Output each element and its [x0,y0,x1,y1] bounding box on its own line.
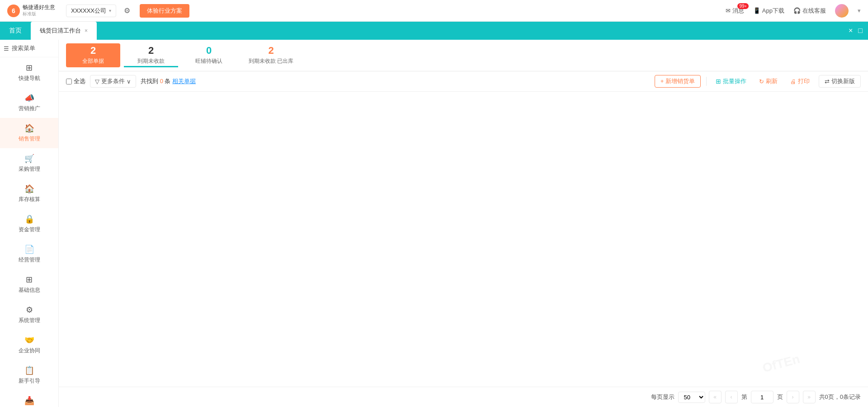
sidebar-item-finance[interactable]: 🔒 资金管理 [0,209,58,239]
last-page-button[interactable]: » [803,391,816,403]
logo-icon: 6 [7,5,20,17]
refresh-icon: ↻ [759,78,764,85]
brand-tag: 标准版 [23,11,55,17]
stat-label-all: 全部单据 [82,57,104,65]
logo-area: 6 畅捷通好生意 标准版 [7,4,66,18]
doc-icon: 📄 [24,244,34,254]
filter-label: 更多条件 [101,77,125,85]
company-selector[interactable]: XXXXXX公司 ▾ [66,5,116,17]
sidebar-label-marketing: 营销推广 [19,105,40,112]
count-info: 共找到 0 条 相关单据 [141,77,196,85]
add-sale-order-button[interactable]: + 新增销货单 [655,75,701,88]
avatar[interactable] [835,4,849,18]
brand-text: 畅捷通好生意 标准版 [23,4,55,18]
stat-label-pending: 旺辅待确认 [195,57,222,65]
filter-arrow-icon: ∨ [127,78,131,85]
stat-number-pending: 0 [206,45,212,56]
batch-icon: ⊞ [716,78,721,85]
settings-icon: ⚙ [26,305,33,315]
stat-tab-pending[interactable]: 0 旺辅待确认 [182,43,236,67]
message-icon: ✉ [726,7,731,14]
refresh-button[interactable]: ↻ 刷新 [755,75,781,87]
sidebar-item-guide[interactable]: 📋 新手引导 [0,360,58,390]
related-link[interactable]: 相关单据 [172,78,196,84]
print-button[interactable]: 🖨 打印 [787,75,813,87]
online-service-button[interactable]: 🎧 在线客服 [793,7,826,15]
main-layout: ☰ 搜索菜单 ⊞ 快捷导航 📣 营销推广 🏠 销售管理 🛒 采购管理 🏠 库存核… [0,40,868,407]
stat-number-overdue: 2 [148,45,154,56]
sidebar-label-finance: 资金管理 [19,226,40,234]
prev-page-button[interactable]: ‹ [725,391,738,403]
maximize-icon[interactable]: □ [858,27,863,35]
per-page-label: 每页显示 [651,393,675,401]
sidebar-label-operation: 经营管理 [19,256,40,264]
total-info: 共0页，0条记录 [819,393,861,401]
brand-name: 畅捷通好生意 [23,4,55,11]
stat-label-overdue-out: 到期未收款 已出库 [249,57,293,65]
tab-label: 钱货日清工作台 [40,27,81,35]
chevron-down-icon: ▾ [109,8,111,13]
company-name: XXXXXX公司 [71,7,106,15]
app-download-button[interactable]: 📱 App下载 [753,7,784,15]
page-input[interactable] [751,391,774,403]
search-menu[interactable]: ☰ 搜索菜单 [0,40,58,57]
select-all-label: 全选 [74,77,85,85]
sidebar-label-quick-nav: 快捷导航 [19,75,40,82]
table-area [59,92,868,387]
first-page-button[interactable]: « [709,391,722,403]
filter-button[interactable]: ▽ 更多条件 ∨ [90,75,136,88]
sidebar-item-sales[interactable]: 🏠 销售管理 [0,118,58,148]
page-suffix: 页 [777,393,783,401]
page-size-select[interactable]: 50 100 200 [678,392,705,403]
close-window-icon[interactable]: × [849,27,853,35]
sidebar-item-purchase[interactable]: 🛒 采购管理 [0,148,58,178]
search-menu-label: 搜索菜单 [12,44,35,52]
select-all-input[interactable] [66,79,72,84]
switch-icon: ⇄ [825,78,830,85]
switch-new-version-button[interactable]: ⇄ 切换新版 [819,75,861,88]
sidebar-item-app-center[interactable]: 📥 应用中心 [0,390,58,407]
sidebar-item-quick-nav[interactable]: ⊞ 快捷导航 [0,57,58,88]
stat-number-all: 2 [90,45,96,56]
stat-tab-all[interactable]: 2 全部单据 [66,43,120,67]
sidebar-item-system[interactable]: ⚙ 系统管理 [0,299,58,330]
experience-button[interactable]: 体验行业方案 [140,4,189,18]
stat-number-overdue-out: 2 [269,45,274,56]
phone-icon: 📱 [753,7,760,14]
pagination: 每页显示 50 100 200 « ‹ 第 页 › » 共0页，0条记录 [59,387,868,407]
found-count: 0 [160,78,163,84]
top-right-area: ✉ 消息 99+ 📱 App下载 🎧 在线客服 ▾ [726,4,861,18]
sidebar-label-cooperation: 企业协同 [19,347,40,355]
work-bench-tab[interactable]: 钱货日清工作台 × [31,22,97,40]
stat-tab-overdue[interactable]: 2 到期未收款 [124,43,178,67]
settings-icon[interactable]: ⚙ [120,4,134,18]
stat-tab-overdue-out[interactable]: 2 到期未收款 已出库 [240,43,302,67]
sidebar-item-cooperation[interactable]: 🤝 企业协同 [0,330,58,360]
tab-bar-right: × □ [849,27,868,35]
next-page-button[interactable]: › [787,391,799,403]
home-tab[interactable]: 首页 [0,22,31,40]
message-badge: 99+ [737,3,748,9]
content-area: 2 全部单据 2 到期未收款 0 旺辅待确认 2 到期未收款 已出库 全选 [59,40,868,407]
batch-operation-button[interactable]: ⊞ 批量操作 [712,75,750,87]
sidebar-label-inventory: 库存核算 [19,196,40,203]
close-tab-icon[interactable]: × [85,28,88,34]
house-icon: 🏠 [24,184,34,194]
sidebar: ☰ 搜索菜单 ⊞ 快捷导航 📣 营销推广 🏠 销售管理 🛒 采购管理 🏠 库存核… [0,40,59,407]
stat-label-overdue: 到期未收款 [137,57,165,65]
print-icon: 🖨 [790,78,796,85]
sidebar-item-inventory[interactable]: 🏠 库存核算 [0,178,58,209]
avatar-image [835,4,849,18]
search-icon: ☰ [4,45,9,52]
bag-icon: 🛒 [24,154,34,164]
sidebar-label-basic-info: 基础信息 [19,286,40,294]
stats-tabs: 2 全部单据 2 到期未收款 0 旺辅待确认 2 到期未收款 已出库 [59,40,868,71]
sidebar-item-basic-info[interactable]: ⊞ 基础信息 [0,269,58,299]
toolbar-right: + 新增销货单 ⊞ 批量操作 ↻ 刷新 🖨 打印 ⇄ 切换新版 [655,75,861,88]
message-button[interactable]: ✉ 消息 99+ [726,7,744,15]
grid-icon: ⊞ [26,63,33,73]
sidebar-item-operation[interactable]: 📄 经营管理 [0,239,58,269]
select-all-checkbox[interactable]: 全选 [66,77,85,85]
headset-icon: 🎧 [793,7,801,14]
sidebar-item-marketing[interactable]: 📣 营销推广 [0,88,58,118]
